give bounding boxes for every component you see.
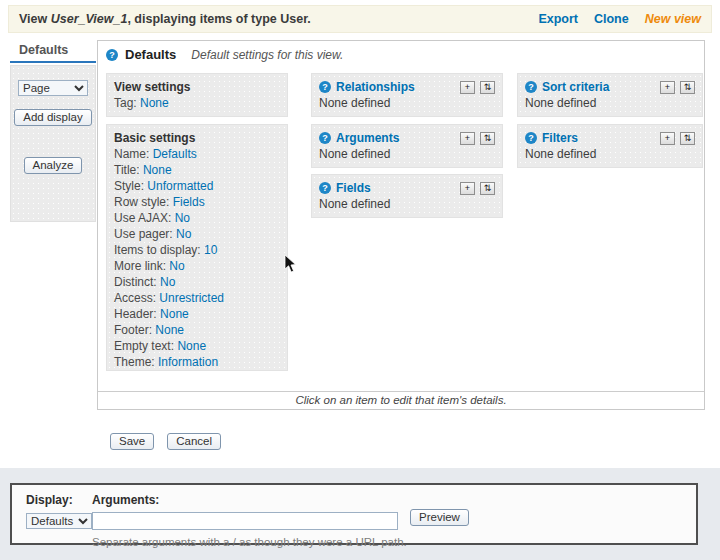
preview-arguments-group: Arguments: (92, 493, 398, 530)
help-icon[interactable]: ? (525, 81, 537, 93)
cancel-button[interactable]: Cancel (167, 433, 221, 450)
setting-value-link[interactable]: No (169, 259, 184, 273)
clone-link[interactable]: Clone (594, 12, 629, 26)
setting-value-link[interactable]: Fields (173, 195, 205, 209)
filters-title-link[interactable]: Filters (542, 130, 578, 146)
setting-label: Row style: (114, 195, 169, 209)
arguments-title-link[interactable]: Arguments (336, 130, 399, 146)
setting-value-link[interactable]: No (175, 211, 190, 225)
analyze-button[interactable]: Analyze (24, 157, 83, 174)
setting-value-link[interactable]: No (176, 227, 191, 241)
rearrange-sorts-button[interactable]: ⇅ (680, 81, 695, 94)
add-argument-button[interactable]: + (460, 132, 475, 145)
fields-empty-text: None defined (319, 196, 495, 212)
relationships-title-link[interactable]: Relationships (336, 79, 415, 95)
setting-value-link[interactable]: 10 (204, 243, 217, 257)
view-title-suffix: , displaying items of type User. (127, 12, 310, 26)
setting-row-header: Header: None (114, 306, 280, 322)
setting-value-link[interactable]: None (177, 339, 206, 353)
setting-label: Theme: (114, 355, 155, 369)
view-settings-box: View settings Tag: None (106, 73, 288, 117)
setting-value-link[interactable]: Information (158, 355, 218, 369)
setting-label: Title: (114, 163, 140, 177)
add-field-button[interactable]: + (460, 182, 475, 195)
arguments-box: ? Arguments + ⇅ None defined (311, 124, 503, 168)
setting-row-title: Title: None (114, 162, 280, 178)
save-button[interactable]: Save (110, 433, 154, 450)
sort-criteria-title-link[interactable]: Sort criteria (542, 79, 609, 95)
panel-heading-title: Defaults (125, 47, 176, 62)
sort-criteria-head: ? Sort criteria + ⇅ (525, 79, 695, 95)
help-icon[interactable]: ? (106, 49, 118, 61)
panel-heading-subtitle: Default settings for this view. (191, 48, 343, 62)
setting-row-use-pager: Use pager: No (114, 226, 280, 242)
preview-help-text: Separate arguments with a / as though th… (92, 536, 407, 548)
new-view-link[interactable]: New view (645, 12, 701, 26)
rearrange-relationships-button[interactable]: ⇅ (480, 81, 495, 94)
display-settings-panel: ? Defaults Default settings for this vie… (97, 40, 705, 410)
panel-footer-note: Click on an item to edit that item's det… (98, 391, 704, 409)
setting-row-items-to-display: Items to display: 10 (114, 242, 280, 258)
add-display-box: Page Add display Analyze (10, 65, 96, 222)
rearrange-arguments-button[interactable]: ⇅ (480, 132, 495, 145)
basic-settings-title: Basic settings (114, 130, 280, 146)
setting-value-link[interactable]: None (143, 163, 172, 177)
fields-box: ? Fields + ⇅ None defined (311, 174, 503, 218)
arguments-empty-text: None defined (319, 146, 495, 162)
help-icon[interactable]: ? (525, 132, 537, 144)
setting-value-link[interactable]: None (160, 307, 189, 321)
fields-head: ? Fields + ⇅ (319, 180, 495, 196)
setting-value-link[interactable]: Unformatted (147, 179, 213, 193)
help-icon[interactable]: ? (319, 81, 331, 93)
panel-heading: ? Defaults Default settings for this vie… (98, 41, 704, 62)
setting-row-access: Access: Unrestricted (114, 290, 280, 306)
filters-empty-text: None defined (525, 146, 695, 162)
setting-row-name: Name: Defaults (114, 146, 280, 162)
add-filter-button[interactable]: + (660, 132, 675, 145)
relationships-head: ? Relationships + ⇅ (319, 79, 495, 95)
help-icon[interactable]: ? (319, 132, 331, 144)
setting-label: Style: (114, 179, 144, 193)
preview-arguments-label: Arguments: (92, 493, 398, 507)
rearrange-fields-button[interactable]: ⇅ (480, 182, 495, 195)
preview-display-select[interactable]: Defaults (26, 513, 92, 529)
display-type-select[interactable]: Page (18, 80, 88, 96)
setting-row-distinct: Distinct: No (114, 274, 280, 290)
setting-value-link[interactable]: None (155, 323, 184, 337)
tab-defaults[interactable]: Defaults (10, 40, 96, 63)
setting-row-theme: Theme: Information (114, 354, 280, 370)
view-title-prefix: View (19, 12, 51, 26)
setting-label: Items to display: (114, 243, 201, 257)
setting-row-footer: Footer: None (114, 322, 280, 338)
export-link[interactable]: Export (538, 12, 578, 26)
add-display-button[interactable]: Add display (14, 109, 91, 126)
rearrange-filters-button[interactable]: ⇅ (680, 132, 695, 145)
setting-label: Header: (114, 307, 157, 321)
setting-value-link[interactable]: None (140, 96, 169, 110)
setting-label: Distinct: (114, 275, 157, 289)
view-header-bar: View User_View_1, displaying items of ty… (8, 5, 712, 33)
preview-button[interactable]: Preview (410, 509, 469, 526)
setting-row-row-style: Row style: Fields (114, 194, 280, 210)
setting-value-link[interactable]: Unrestricted (159, 291, 224, 305)
setting-label: Access: (114, 291, 156, 305)
setting-value-link[interactable]: No (160, 275, 175, 289)
relationships-empty-text: None defined (319, 95, 495, 111)
setting-row-style: Style: Unformatted (114, 178, 280, 194)
add-sort-button[interactable]: + (660, 81, 675, 94)
view-settings-title: View settings (114, 79, 280, 95)
preview-arguments-input[interactable] (92, 512, 398, 530)
setting-row-more-link: More link: No (114, 258, 280, 274)
add-relationship-button[interactable]: + (460, 81, 475, 94)
view-name: User_View_1 (51, 12, 128, 26)
preview-display-group: Display: Defaults (26, 493, 92, 529)
setting-value-link[interactable]: Defaults (153, 147, 197, 161)
help-icon[interactable]: ? (319, 182, 331, 194)
arguments-head: ? Arguments + ⇅ (319, 130, 495, 146)
form-actions: Save Cancel (110, 433, 221, 450)
setting-label: Empty text: (114, 339, 174, 353)
setting-label: More link: (114, 259, 166, 273)
view-title: View User_View_1, displaying items of ty… (19, 12, 311, 26)
setting-label: Tag: (114, 96, 137, 110)
fields-title-link[interactable]: Fields (336, 180, 371, 196)
